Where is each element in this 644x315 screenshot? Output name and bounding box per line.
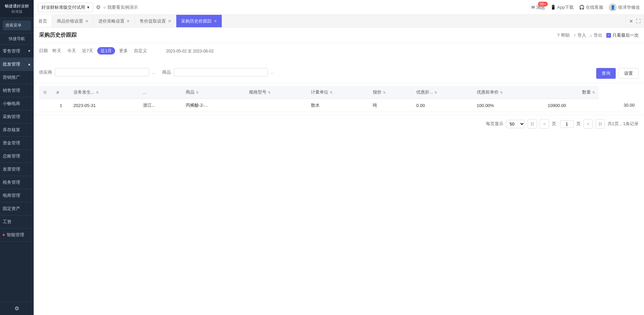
export-button[interactable]: ↓ 导出 — [590, 32, 603, 38]
date-range-display: 2023-05-02 至 2023-06-02 — [166, 49, 213, 54]
supplier-input[interactable] — [55, 68, 149, 76]
topbar-settings-icon[interactable]: ⚙ — [96, 4, 101, 10]
sort-date[interactable]: 业务发生... ⇅ — [73, 89, 99, 95]
date-yesterday-btn[interactable]: 昨天 — [50, 47, 63, 55]
sidebar-item-label: 营销推广 — [3, 74, 20, 80]
close-icon[interactable]: ✕ — [168, 19, 171, 24]
demo-icon: ○ — [103, 5, 106, 10]
version-text: 好业财标准版交付试用 — [41, 4, 85, 10]
sidebar-item-purchase[interactable]: 采购管理 — [0, 110, 34, 124]
online-service-button[interactable]: 🎧 在线客服 — [579, 4, 603, 10]
table-header-row: ⚙ # 业务发生... ⇅ ... — [39, 86, 639, 99]
sort-icon: ⇅ — [330, 91, 332, 94]
sidebar-item-label: 零售管理 — [3, 48, 20, 54]
minimize-icon[interactable]: ✕ — [629, 19, 633, 24]
per-page-select[interactable]: 10 20 50 100 — [506, 120, 525, 128]
date-custom-btn[interactable]: 自定义 — [132, 47, 149, 55]
prev-page-button[interactable]: ＜ — [540, 119, 549, 129]
sidebar-item-inventory[interactable]: 库存核算 — [0, 124, 34, 137]
message-icon: ✉ — [531, 5, 535, 10]
table-col-unit: 计量单位 ⇅ — [307, 86, 369, 99]
settings-icon[interactable]: ⚙ — [14, 306, 19, 311]
date-more-btn[interactable]: 更多 — [117, 47, 130, 55]
close-icon[interactable]: ✕ — [85, 19, 88, 24]
close-icon[interactable]: ✕ — [127, 19, 130, 24]
close-icon[interactable]: ✕ — [214, 19, 217, 24]
goods-filter-group: 商品 ... — [162, 68, 274, 76]
topbar: 好业财标准版交付试用 ▾ ⚙ ○ 我要看实例演示 ✉ 消息 99+ 📱 App下… — [34, 0, 644, 15]
row-original-price-cell: 10900.00 — [544, 99, 599, 112]
settings-button[interactable]: 设置 — [618, 68, 639, 79]
sidebar-item-tax[interactable]: 税务管理 — [0, 176, 34, 189]
filter-bar: 日期 昨天 今天 近7天 近1月 更多 自定义 2023-05-02 至 202… — [34, 43, 644, 83]
first-page-button[interactable]: ⟨⟨ — [528, 119, 537, 129]
date-today-btn[interactable]: 今天 — [65, 47, 78, 55]
sidebar-item-invoice[interactable]: 发票管理 — [0, 163, 34, 176]
next-page-button[interactable]: ＞ — [583, 119, 593, 129]
message-button[interactable]: ✉ 消息 99+ — [531, 4, 545, 10]
page-number-input[interactable] — [560, 120, 574, 128]
sort-original-price[interactable]: 优惠前单价 ⇅ — [477, 89, 503, 95]
tab-sale-price[interactable]: 售价提取设置 ✕ — [135, 15, 176, 28]
sort-spec[interactable]: 规格型号 ⇅ — [249, 89, 271, 95]
sidebar-item-arrow: ▼ — [28, 49, 31, 53]
column-settings-icon[interactable]: ⚙ — [43, 90, 47, 95]
only-last-checkbox[interactable]: ✓ 只看最后一次 — [606, 32, 639, 38]
date-1month-btn[interactable]: 近1月 — [97, 47, 115, 55]
tab-price-settings[interactable]: 商品价格设置 ✕ — [52, 15, 94, 28]
sidebar-item-payroll[interactable]: 工资 — [0, 215, 34, 229]
sidebar-item-general-ledger[interactable]: 总账管理 — [0, 150, 34, 163]
col-quantity-label: 数量 — [582, 89, 591, 95]
tab-purchase-history[interactable]: 采购历史价跟踪 ✕ — [176, 15, 222, 28]
app-download-button[interactable]: 📱 App下载 — [550, 4, 574, 10]
sidebar-item-label: 电商管理 — [3, 193, 20, 199]
sidebar-item-wholesale[interactable]: 批发管理 ▲ — [0, 58, 34, 71]
date-7days-btn[interactable]: 近7天 — [80, 47, 95, 55]
supplier-more-icon[interactable]: ... — [152, 70, 155, 75]
sidebar-item-finance[interactable]: 资金管理 — [0, 137, 34, 150]
sort-goods[interactable]: 商品 ⇅ — [186, 89, 199, 95]
quick-nav-button[interactable]: 快捷导航 — [0, 33, 34, 45]
tab-home-label: 首页 — [38, 18, 47, 24]
demo-button[interactable]: ○ 我要看实例演示 — [103, 4, 138, 10]
sidebar-item-marketing[interactable]: 营销推广 — [0, 71, 34, 84]
sidebar-item-label: 智能管理 — [7, 232, 24, 238]
table-col-price: 报价 ⇅ — [369, 86, 413, 99]
sidebar-item-retail[interactable]: 零售管理 ▼ — [0, 45, 34, 58]
tab-home[interactable]: 首页 — [34, 15, 52, 28]
sort-unit[interactable]: 计量单位 ⇅ — [311, 89, 332, 95]
search-menu-button[interactable]: 搜索菜单 — [3, 21, 31, 30]
page-word-label: 页 — [552, 121, 556, 127]
goods-more-icon[interactable]: ... — [271, 70, 274, 75]
avatar: 👤 — [609, 3, 617, 11]
import-icon: ↑ — [574, 33, 576, 38]
smart-dot-icon — [3, 234, 5, 236]
sort-discount[interactable]: 优惠折... ⇅ — [416, 89, 437, 95]
goods-input[interactable] — [174, 68, 268, 76]
sidebar-item-ecommerce-small[interactable]: 小畅电商 — [0, 97, 34, 110]
sidebar-item-assets[interactable]: 固定资产 — [0, 202, 34, 215]
sidebar-item-ecommerce[interactable]: 电商管理 — [0, 189, 34, 202]
user-profile-button[interactable]: 👤 徐泽华修改 — [609, 3, 640, 11]
import-button[interactable]: ↑ 导入 — [574, 32, 586, 38]
table-col-num: # — [52, 86, 69, 99]
col-date-label: 业务发生... — [73, 89, 95, 95]
sort-price[interactable]: 报价 ⇅ — [373, 89, 386, 95]
help-button[interactable]: ? 帮助 — [557, 32, 570, 38]
sort-quantity[interactable]: 数量 ⇅ — [582, 89, 595, 95]
row-supplier: 浙江... — [143, 103, 155, 108]
table-col-gear: ⚙ — [39, 86, 52, 99]
maximize-icon[interactable]: ⛶ — [636, 19, 641, 24]
tab-purchase-strategy[interactable]: 进价策略设置 ✕ — [94, 15, 135, 28]
query-button[interactable]: 查询 — [596, 68, 616, 79]
last-page-button[interactable]: ⟩⟩ — [596, 119, 605, 129]
sidebar-item-sales[interactable]: 销售管理 — [0, 84, 34, 97]
sidebar-item-label: 采购管理 — [3, 114, 20, 120]
phone-icon: 📱 — [550, 5, 556, 10]
tabbar: 首页 商品价格设置 ✕ 进价策略设置 ✕ 售价提取设置 ✕ 采购历史价跟踪 ✕ … — [34, 15, 644, 28]
version-selector[interactable]: 好业财标准版交付试用 ▾ — [38, 3, 93, 12]
sidebar-item-smart[interactable]: 智能管理 — [0, 229, 34, 242]
row-discount-cell: 100.00% — [473, 99, 544, 112]
sidebar-item-label: 固定资产 — [3, 206, 20, 212]
tab-purchase-history-label: 采购历史价跟踪 — [181, 18, 212, 24]
